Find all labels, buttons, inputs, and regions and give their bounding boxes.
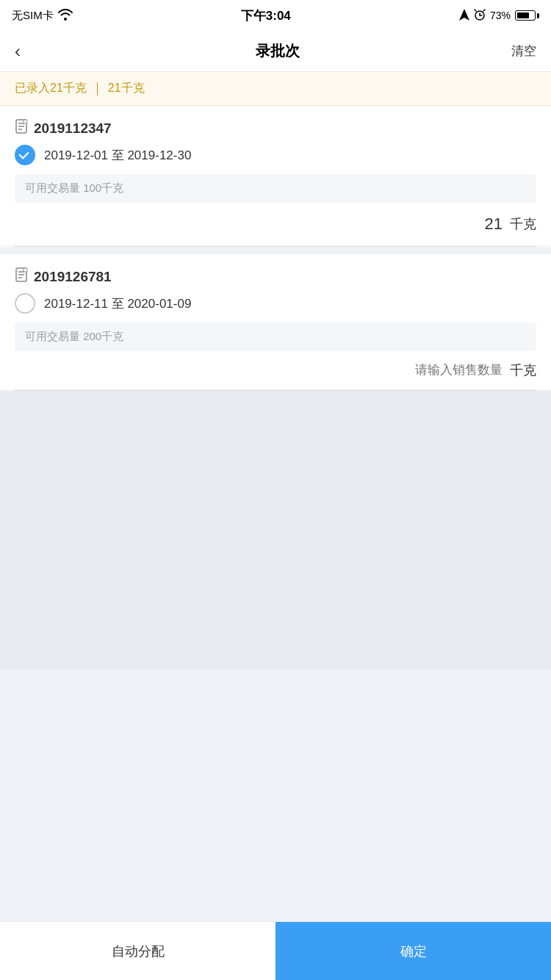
recorded-text: 已录入21千克: [15, 81, 87, 96]
batch-1-item: 2019112347 2019-12-01 至 2019-12-30 可用交易量…: [0, 106, 551, 203]
batch-2-doc-icon: [15, 267, 29, 286]
batch-1-id: 2019112347: [34, 120, 112, 137]
back-button[interactable]: ‹: [15, 41, 44, 62]
batch-2-unit: 千克: [510, 361, 536, 379]
batch-1-date: 2019-12-01 至 2019-12-30: [44, 147, 191, 164]
location-icon: [459, 9, 469, 23]
bottom-bar: 自动分配 确定: [0, 921, 551, 980]
batch-1-card: 2019112347 2019-12-01 至 2019-12-30 可用交易量…: [0, 106, 551, 247]
status-left: 无SIM卡: [12, 9, 73, 23]
batch-1-quantity: 21: [485, 215, 503, 234]
batch-2-date-row: 2019-12-11 至 2020-01-09: [15, 293, 536, 314]
page-title: 录批次: [256, 41, 300, 61]
nav-bar: ‹ 录批次 清空: [0, 31, 551, 72]
batch-1-unit: 千克: [510, 215, 536, 233]
batch-1-quantity-row: 21 千克: [0, 203, 551, 246]
batch-1-date-row: 2019-12-01 至 2019-12-30: [15, 145, 536, 165]
wifi-icon: [58, 9, 73, 23]
auto-distribute-button[interactable]: 自动分配: [0, 922, 276, 980]
batch-2-radio[interactable]: [15, 293, 35, 314]
info-banner: 已录入21千克 21千克: [0, 72, 551, 106]
batch-2-item: 2019126781 2019-12-11 至 2020-01-09 可用交易量…: [0, 254, 551, 351]
confirm-button[interactable]: 确定: [276, 922, 551, 980]
batch-1-available: 可用交易量 100千克: [15, 174, 536, 203]
battery-percent: 73%: [490, 10, 511, 21]
svg-line-4: [483, 10, 485, 11]
battery-icon: [515, 10, 539, 21]
status-right: 73%: [459, 9, 539, 23]
status-bar: 无SIM卡 下午3:04 73%: [0, 0, 551, 31]
separator: [97, 82, 98, 96]
alarm-icon: [474, 9, 486, 23]
batch-1-doc-icon: [15, 119, 29, 137]
batch-2-available: 可用交易量 200千克: [15, 323, 536, 351]
svg-rect-14: [24, 268, 27, 272]
section-gap: [0, 247, 551, 254]
batch-2-date: 2019-12-11 至 2020-01-09: [44, 295, 191, 312]
amount-text: 21千克: [108, 81, 145, 96]
batch-2-id: 2019126781: [34, 269, 112, 285]
page-content: 已录入21千克 21千克 2019112347 2: [0, 72, 551, 729]
batch-2-card: 2019126781 2019-12-11 至 2020-01-09 可用交易量…: [0, 254, 551, 391]
sim-text: 无SIM卡: [12, 9, 54, 23]
clear-button[interactable]: 清空: [511, 43, 536, 60]
batch-2-quantity-input[interactable]: [356, 363, 503, 378]
gray-area: [0, 391, 551, 670]
status-time: 下午3:04: [241, 7, 291, 24]
batch-2-input-row[interactable]: 千克: [0, 351, 551, 390]
batch-2-header: 2019126781: [15, 267, 536, 286]
svg-rect-9: [24, 120, 27, 123]
batch-1-header: 2019112347: [15, 119, 536, 137]
svg-line-3: [475, 10, 476, 11]
batch-1-radio[interactable]: [15, 145, 35, 165]
